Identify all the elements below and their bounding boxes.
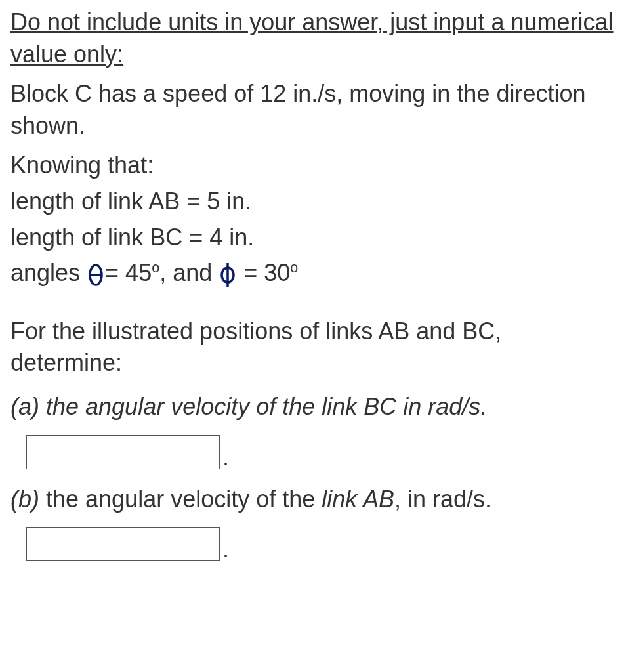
question-b: (b) the angular velocity of the link AB,… <box>10 484 616 516</box>
period-a: . <box>222 446 229 469</box>
answer-input-b[interactable] <box>26 527 220 561</box>
question-b-mid1: the angular velocity of the <box>39 486 322 513</box>
input-row-a: . <box>26 435 616 469</box>
answer-input-a[interactable] <box>26 435 220 469</box>
param-ab: length of link AB = 5 in. <box>10 186 616 218</box>
question-b-ital: link AB <box>322 486 394 513</box>
question-intro: For the illustrated positions of links A… <box>10 316 616 379</box>
comma-and: , and <box>159 259 219 286</box>
input-row-b: . <box>26 527 616 561</box>
phi-icon <box>219 262 237 288</box>
degree-1: o <box>152 259 159 276</box>
question-b-prefix: (b) <box>10 486 39 513</box>
knowing-label: Knowing that: <box>10 150 616 182</box>
theta-icon <box>87 262 105 288</box>
period-b: . <box>222 537 229 561</box>
param-bc: length of link BC = 4 in. <box>10 222 616 254</box>
problem-statement: Block C has a speed of 12 in./s, moving … <box>10 78 616 142</box>
theta-eq: = 45 <box>105 259 152 286</box>
angles-line: angles = 45o, and = 30o <box>10 257 616 289</box>
angles-prefix: angles <box>10 259 87 286</box>
question-a: (a) the angular velocity of the link BC … <box>10 391 616 423</box>
phi-eq: = 30 <box>237 259 290 286</box>
question-b-mid2: , in rad/s. <box>394 486 491 513</box>
instruction-text: Do not include units in your answer, jus… <box>10 7 616 70</box>
degree-2: o <box>290 259 298 276</box>
